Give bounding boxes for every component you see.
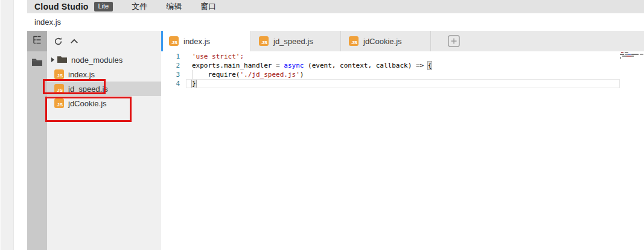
minimap-line <box>620 52 644 53</box>
minimap-line <box>620 56 644 57</box>
refresh-button[interactable] <box>54 37 63 46</box>
outer-left-panel <box>1 0 14 250</box>
explorer-header <box>47 31 161 51</box>
app-frame: Cloud Studio Lite 文件 编辑 窗口 index.js <box>27 0 644 250</box>
javascript-file-icon: JS <box>259 36 269 46</box>
folder-icon <box>32 57 42 68</box>
new-tab-button[interactable] <box>448 35 460 47</box>
line-number: 4 <box>161 79 180 88</box>
code-line: 2 exports.main_handler = async (event, c… <box>161 61 644 70</box>
tree-item-node-modules[interactable]: node_modules <box>47 53 161 67</box>
javascript-file-icon: JS <box>349 36 359 46</box>
tab-bar: JS index.js JS jd_speed.js JS jdCookie.j… <box>161 31 644 51</box>
tab-index-js[interactable]: JS index.js <box>161 31 251 51</box>
tab-jdcookie-js[interactable]: JS jdCookie.js <box>341 31 431 51</box>
explorer-view-button[interactable] <box>27 31 47 51</box>
menubar: Cloud Studio Lite 文件 编辑 窗口 <box>27 0 644 13</box>
tab-jd-speed-js[interactable]: JS jd_speed.js <box>251 31 341 51</box>
tree-item-jdcookie-js[interactable]: JS jdCookie.js <box>47 96 161 111</box>
activity-bar <box>27 31 47 250</box>
javascript-file-icon: JS <box>54 69 64 79</box>
javascript-file-icon: JS <box>54 84 64 94</box>
expand-arrow-icon[interactable] <box>51 57 54 62</box>
tree-item-label: jdCookie.js <box>68 99 107 108</box>
tab-label: jd_speed.js <box>273 37 313 46</box>
editor-region: JS index.js JS jd_speed.js JS jdCookie.j… <box>161 31 644 250</box>
line-number: 2 <box>161 61 180 70</box>
collapse-all-button[interactable] <box>70 37 78 45</box>
folder-icon <box>57 56 67 65</box>
open-folder-button[interactable] <box>27 55 47 71</box>
minimap-line <box>620 54 644 55</box>
minimap[interactable] <box>620 52 644 65</box>
minimap-line <box>620 57 644 59</box>
current-line-highlight <box>186 79 620 88</box>
tab-label: jdCookie.js <box>363 37 402 46</box>
breadcrumb-filename: index.js <box>34 18 61 27</box>
tab-label: index.js <box>183 37 210 46</box>
javascript-file-icon: JS <box>169 36 179 46</box>
tree-item-label: index.js <box>68 70 95 79</box>
tree-item-jd-speed-js[interactable]: JS jd_speed.js <box>47 82 161 96</box>
file-tree: node_modules JS index.js JS jd_speed.js … <box>47 51 161 111</box>
app-logo: Cloud Studio <box>34 2 89 11</box>
cloud-studio-window: Cloud Studio Lite 文件 编辑 窗口 index.js <box>0 0 644 250</box>
javascript-file-icon: JS <box>54 98 64 108</box>
breadcrumb: index.js <box>27 13 644 31</box>
tree-item-label: jd_speed.js <box>68 85 108 94</box>
menu-window[interactable]: 窗口 <box>200 1 216 12</box>
code-line: 1 'use strict'; <box>161 52 644 61</box>
line-number: 1 <box>161 52 180 61</box>
menu-file[interactable]: 文件 <box>132 1 147 12</box>
explorer-panel: node_modules JS index.js JS jd_speed.js … <box>47 31 161 250</box>
tree-item-index-js[interactable]: JS index.js <box>47 67 161 82</box>
menu-edit[interactable]: 编辑 <box>166 1 182 12</box>
list-tree-icon <box>32 35 42 47</box>
code-editor[interactable]: 1 'use strict'; 2 exports.main_handler =… <box>161 51 644 250</box>
line-number: 3 <box>161 70 180 79</box>
lite-badge: Lite <box>94 2 113 11</box>
code-line: 3 require('./jd_speed.js') <box>161 70 644 79</box>
tree-item-label: node_modules <box>71 56 123 65</box>
